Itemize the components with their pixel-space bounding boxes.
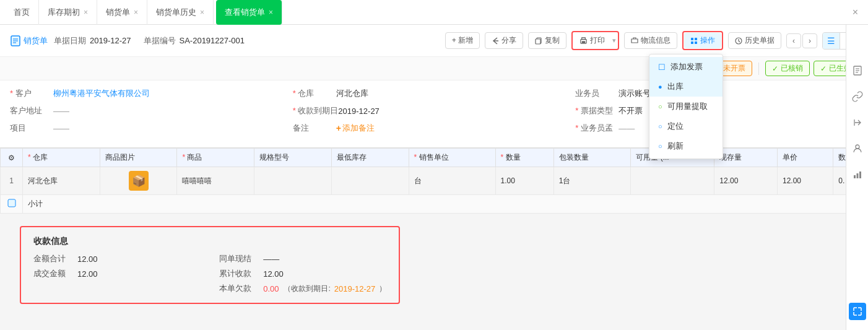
row-current-stock: 12.00 <box>714 167 778 195</box>
dropdown-refresh[interactable]: ○ 刷新 <box>649 136 723 156</box>
staff2-label: 业务员孟 <box>575 123 618 134</box>
address-label: 客户地址 <box>10 105 53 116</box>
row-warehouse: 河北仓库 <box>23 167 100 195</box>
col-product: 商品 <box>177 149 254 167</box>
svg-rect-9 <box>691 41 693 44</box>
view-list[interactable]: ☰ <box>823 33 840 49</box>
note-label: 备注 <box>293 123 336 134</box>
col-quantity: 数量 <box>495 149 553 167</box>
svg-rect-13 <box>8 199 15 207</box>
subtotal-label: 小计 <box>23 195 868 214</box>
operation-button[interactable]: 操作 <box>684 33 721 48</box>
col-current-stock: 现存量 <box>714 149 778 167</box>
sidebar-icon-chart[interactable] <box>849 166 866 183</box>
customer-group: 客户 柳州粤港平安气体有限公司 <box>10 88 293 99</box>
summary-box: 收款信息 金额合计 12.00 同单现结 —— 成交金额 12.00 累计收款 … <box>20 226 400 304</box>
cumulative-value: 12.00 <box>263 269 284 279</box>
svg-rect-7 <box>691 38 693 40</box>
already-checked-btn[interactable]: ✓ 已核销 <box>765 61 810 76</box>
svg-rect-21 <box>859 172 861 178</box>
print-button[interactable]: 打印 <box>573 33 611 48</box>
share-button[interactable]: 分享 <box>485 32 523 49</box>
due-date-value: 2019-12-27 <box>334 284 376 293</box>
tab-bar-close[interactable]: × <box>848 4 863 20</box>
warehouse-value[interactable]: 河北仓库 <box>336 88 576 99</box>
sidebar-icon-return[interactable] <box>849 114 866 131</box>
customer-value[interactable]: 柳州粤港平安气体有限公司 <box>53 88 293 99</box>
col-min-stock: 最低库存 <box>331 149 409 167</box>
history-button[interactable]: 历史单据 <box>728 32 781 49</box>
payment-date-group: 收款到期日 2019-12-27 <box>293 105 576 116</box>
row-available <box>631 167 714 195</box>
address-value: —— <box>53 106 293 116</box>
svg-point-18 <box>856 145 859 149</box>
customer-label: 客户 <box>10 88 53 99</box>
cumulative-label: 累计收款 <box>219 268 259 279</box>
dropdown-available-qty[interactable]: ○ 可用量提取 <box>649 97 723 116</box>
number-value: SA-20191227-001 <box>180 36 245 45</box>
operation-dropdown: ☐ 添加发票 ● 出库 ○ 可用量提取 ○ 定位 <box>649 54 723 159</box>
current-owe-label: 本单欠款 <box>219 283 259 294</box>
col-sales-unit: 销售单位 <box>409 149 495 167</box>
doc-meta: 单据日期 2019-12-27 单据编号 SA-20191227-001 <box>54 35 445 46</box>
dropdown-warehouse-out[interactable]: ● 出库 <box>649 77 723 97</box>
col-settings[interactable]: ⚙ <box>1 149 23 167</box>
total-label: 金额合计 <box>33 253 74 264</box>
summary-title: 收款信息 <box>33 236 386 247</box>
project-label: 项目 <box>10 123 53 134</box>
nav-prev[interactable]: ‹ <box>786 33 801 48</box>
logistics-button[interactable]: 物流信息 <box>624 32 677 49</box>
address-group: 客户地址 —— <box>10 105 293 116</box>
add-note-btn[interactable]: + 添加备注 <box>336 123 375 134</box>
table-row: 1 河北仓库 📦 嘻嘻嘻嘻 台 1.00 1台 12.00 12.00 0. <box>1 167 868 195</box>
doc-actions: + 新增 分享 复制 打印 ▾ 物流信息 <box>445 31 858 50</box>
col-warehouse: 仓库 <box>23 149 100 167</box>
tab-sales-history[interactable]: 销货单历史 × <box>147 0 214 25</box>
col-spec: 规格型号 <box>254 149 332 167</box>
nav-next[interactable]: › <box>802 33 817 48</box>
staff-label: 业务员 <box>575 88 618 99</box>
sidebar-icon-document[interactable] <box>849 62 866 79</box>
tab-close-inventory[interactable]: × <box>84 8 88 17</box>
tab-home[interactable]: 首页 <box>5 0 39 25</box>
tab-close-sales-history[interactable]: × <box>200 8 204 17</box>
new-button[interactable]: + 新增 <box>445 32 480 49</box>
warehouse-group: 仓库 河北仓库 <box>293 88 576 99</box>
col-pack-qty: 包装数量 <box>553 149 631 167</box>
row-spec <box>254 167 332 195</box>
project-group: 项目 —— <box>10 123 293 134</box>
payment-date-label: 收款到期日 <box>293 105 339 116</box>
sidebar-icon-expand[interactable] <box>849 303 866 320</box>
doc-type-icon: 销货单 <box>10 35 48 46</box>
dropdown-locate[interactable]: ○ 定位 <box>649 116 723 136</box>
svg-rect-6 <box>582 41 586 43</box>
svg-rect-10 <box>695 41 697 44</box>
table-wrapper: ⚙ 仓库 商品图片 商品 规格型号 最低库存 销售单位 数量 包装数量 可用量 … <box>0 147 868 214</box>
col-product-img: 商品图片 <box>100 149 177 167</box>
payment-date-value[interactable]: 2019-12-27 <box>338 106 575 116</box>
tab-sales-order[interactable]: 销货单 × <box>97 0 147 25</box>
tab-view-sales[interactable]: 查看销货单 × <box>216 0 282 25</box>
ticket-type-label: 票据类型 <box>575 105 618 116</box>
same-order-value: —— <box>263 254 279 264</box>
tab-close-view-sales[interactable]: × <box>269 8 273 17</box>
sidebar-icon-link[interactable] <box>849 88 866 105</box>
same-order-label: 同单现结 <box>219 253 259 264</box>
row-sales-unit: 台 <box>409 167 495 195</box>
number-label: 单据编号 <box>144 35 176 46</box>
tab-bar: 首页 库存期初 × 销货单 × 销货单历史 × 查看销货单 × × <box>0 0 868 25</box>
row-quantity: 1.00 <box>495 167 553 195</box>
tab-close-sales[interactable]: × <box>134 8 138 17</box>
svg-rect-8 <box>695 38 697 40</box>
sidebar-icon-user[interactable] <box>849 140 866 157</box>
copy-button[interactable]: 复制 <box>528 32 566 49</box>
dropdown-add-invoice[interactable]: ☐ 添加发票 <box>649 57 723 77</box>
note-group: 备注 + 添加备注 <box>293 123 576 134</box>
svg-rect-4 <box>536 39 540 44</box>
row-pack-qty: 1台 <box>553 167 631 195</box>
doc-header: 销货单 单据日期 2019-12-27 单据编号 SA-20191227-001… <box>0 25 868 57</box>
row-unit-price: 12.00 <box>778 167 833 195</box>
tab-inventory-init[interactable]: 库存期初 × <box>39 0 97 25</box>
project-value: —— <box>53 124 293 133</box>
transaction-label: 成交金额 <box>33 268 74 279</box>
